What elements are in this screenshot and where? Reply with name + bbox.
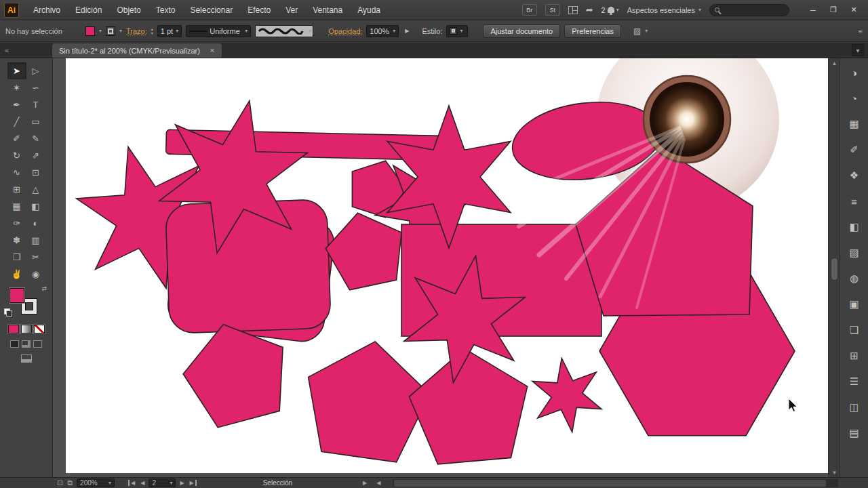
hand-tool[interactable]: ✌ [7,266,26,283]
artboard-canvas[interactable] [66,58,828,473]
type-tool[interactable]: T [26,96,45,113]
magic-wand-tool[interactable]: ✶ [7,79,26,96]
appearance-panel-icon[interactable]: ◍ [843,267,866,290]
chevron-down-icon[interactable]: ▾ [99,28,102,34]
canvas-pentagon-bottom-right[interactable] [409,348,527,464]
transparency-panel-icon[interactable]: ▨ [843,241,866,264]
menu-edicion[interactable]: Edición [68,0,109,20]
canvas-pentagon-mid[interactable] [326,213,401,290]
scale-tool[interactable]: ⇗ [26,147,45,164]
document-arrange-icon[interactable]: ▨ [633,26,641,36]
document-setup-icon[interactable]: ⧉ [67,479,73,487]
perspective-grid-tool[interactable]: △ [26,181,45,198]
next-artboard-button[interactable]: ▶ [178,480,185,486]
first-artboard-button[interactable]: ◀ [128,480,136,486]
draw-inside-button[interactable] [33,340,42,348]
document-tab[interactable]: Sin título-2* al 200% (CMYK/Previsualiza… [52,43,222,58]
rectangle-tool[interactable]: ▭ [26,113,45,130]
width-tool[interactable]: ∿ [7,164,26,181]
scroll-up-icon[interactable]: ▲ [829,58,840,68]
chevron-down-icon[interactable]: ▾ [645,28,648,34]
opacity-dropdown[interactable]: 100% ▾ [366,25,399,37]
line-segment-tool[interactable]: ╱ [7,113,26,130]
arrange-documents-icon[interactable] [568,6,578,14]
pen-tool[interactable]: ✒ [7,96,26,113]
artboard-grid-icon[interactable]: ⊡ [57,479,63,487]
swatches-panel-icon[interactable]: ▦ [843,113,866,136]
pencil-tool[interactable]: ✎ [26,130,45,147]
share-icon[interactable]: ➦ [586,5,593,15]
free-transform-tool[interactable]: ⊡ [26,164,45,181]
restore-button[interactable]: ❐ [823,3,844,18]
pathfinder-panel-icon[interactable]: ◫ [843,396,866,419]
menu-archivo[interactable]: Archivo [26,0,68,20]
symbol-sprayer-tool[interactable]: ✽ [7,232,26,249]
width-profile-dropdown[interactable]: Uniforme ▾ [186,25,251,37]
mesh-tool[interactable]: ▦ [7,198,26,215]
swap-fill-stroke-icon[interactable]: ⇄ [41,285,47,292]
workspace-switcher[interactable]: Aspectos esenciales ▾ [627,6,701,14]
last-artboard-button[interactable]: ▶ [189,480,197,486]
artboard-number-dropdown[interactable]: 2 ▾ [149,479,176,487]
align-panel-icon[interactable]: ☰ [843,370,866,393]
search-input[interactable] [723,6,781,14]
brushes-panel-icon[interactable]: ✐ [843,138,866,161]
stroke-panel-link[interactable]: Trazo: [126,27,147,35]
canvas-star-small[interactable] [532,359,601,432]
stepper-down-icon[interactable]: ▾ [151,31,153,35]
notifications-button[interactable]: 2 ▾ [601,6,619,14]
column-graph-tool[interactable]: ▥ [26,232,45,249]
stock-button[interactable]: St [545,4,560,16]
bridge-button[interactable]: Br [522,4,537,16]
selection-tool[interactable]: ➤ [7,62,26,79]
scroll-down-icon[interactable]: ▼ [829,468,840,477]
shape-builder-tool[interactable]: ⊞ [7,181,26,198]
vertical-scrollbar-thumb[interactable] [831,258,838,281]
zoom-level-dropdown[interactable]: 200% ▾ [77,479,115,487]
navigator-panel-icon[interactable]: ▤ [843,422,866,445]
layers-panel-icon[interactable]: ❏ [843,319,866,342]
canvas-rounded-square[interactable] [165,199,331,333]
artboard-tool[interactable]: ❒ [7,249,26,266]
horizontal-scrollbar[interactable] [393,479,838,487]
hscroll-left-icon[interactable]: ◀ [375,480,382,486]
default-fill-stroke-button[interactable] [4,308,10,314]
direct-selection-tool[interactable]: ▷ [26,62,45,79]
controlbar-panel-menu-icon[interactable]: ≡ [859,27,863,35]
canvas-pentagon-bottom-left[interactable] [183,325,283,428]
lasso-tool[interactable]: ∽ [26,79,45,96]
blend-tool[interactable]: ◐ [26,215,45,232]
chevron-down-icon[interactable]: ▾ [119,28,122,34]
color-button[interactable] [8,325,19,333]
opacity-panel-link[interactable]: Opacidad: [328,27,362,35]
eyedropper-tool[interactable]: ✑ [7,215,26,232]
stroke-width-stepper[interactable]: ▴ ▾ [151,27,153,35]
minimize-button[interactable]: ─ [803,3,823,18]
color-guide-panel-icon[interactable]: ◔ [843,87,866,110]
hscroll-right-icon[interactable]: ▶ [361,480,368,486]
screen-mode-button[interactable] [21,354,32,363]
menu-objeto[interactable]: Objeto [109,0,148,20]
tab-bar-menu-icon[interactable]: ▾ [852,44,864,56]
none-button[interactable] [34,325,45,333]
horizontal-scrollbar-thumb[interactable] [394,480,826,487]
previous-artboard-button[interactable]: ◀ [139,480,146,486]
menu-efecto[interactable]: Efecto [240,0,278,20]
graphic-styles-panel-icon[interactable]: ▣ [843,293,866,316]
menu-texto[interactable]: Texto [149,0,183,20]
paintbrush-tool[interactable]: ✐ [7,130,26,147]
opacity-flyout-button[interactable]: ▶ [403,28,411,34]
symbols-panel-icon[interactable]: ❖ [843,164,866,187]
graphic-style-dropdown[interactable]: ▾ [446,25,468,37]
stroke-width-dropdown[interactable]: 1 pt ▾ [157,25,182,37]
fill-color-swatch[interactable] [85,26,95,36]
fill-swatch[interactable] [9,288,24,303]
brush-definition-dropdown[interactable]: ▾ [255,25,313,37]
preferences-button[interactable]: Preferencias [564,24,621,38]
menu-ayuda[interactable]: Ayuda [350,0,388,20]
stroke-color-swatch[interactable] [106,26,115,36]
collapse-tabs-icon[interactable]: « [0,42,14,58]
draw-behind-button[interactable] [22,340,31,348]
menu-seleccionar[interactable]: Seleccionar [182,0,240,20]
fit-document-button[interactable]: Ajustar documento [483,24,560,38]
